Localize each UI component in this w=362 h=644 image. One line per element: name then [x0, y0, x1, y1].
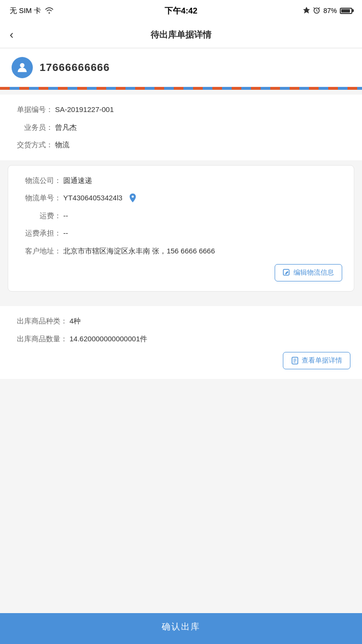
battery-icon [340, 8, 352, 14]
view-details-label: 查看单据详情 [302, 356, 342, 365]
nav-bar: ‹ 待出库单据详情 [0, 21, 362, 48]
goods-quantity-label: 出库商品数量： [12, 334, 70, 345]
logistics-company-label: 物流公司： [20, 175, 63, 186]
order-info-section: 单据编号： SA-20191227-001 业务员： 曾凡杰 交货方式： 物流 [0, 95, 362, 160]
goods-section: 出库商品种类： 4种 出库商品数量： 14.620000000000001件 查… [0, 306, 362, 379]
location-status-icon [303, 7, 310, 15]
battery-percent: 87% [323, 7, 337, 14]
confirm-outbound-button[interactable]: 确认出库 [12, 621, 350, 632]
order-number-row: 单据编号： SA-20191227-001 [12, 104, 350, 115]
freight-row: 运费： -- [20, 210, 342, 222]
view-details-row: 查看单据详情 [12, 352, 350, 369]
delivery-method-label: 交货方式： [12, 140, 55, 151]
goods-quantity-row: 出库商品数量： 14.620000000000001件 [12, 334, 350, 345]
tracking-number-value: YT43064053424l3 [63, 193, 342, 204]
freight-bearer-row: 运费承担： -- [20, 228, 342, 239]
customer-section: 17666666666 [0, 48, 362, 87]
edit-logistics-label: 编辑物流信息 [293, 268, 334, 277]
edit-logistics-row: 编辑物流信息 [20, 264, 342, 281]
edit-icon [283, 269, 291, 277]
customer-address-value: 北京市市辖区海淀区永丰南 张，156 6666 6666 [63, 246, 342, 257]
section-divider [0, 296, 362, 301]
svg-point-1 [20, 63, 24, 68]
customer-address-label: 客户地址： [20, 246, 63, 257]
tracking-number-row: 物流单号： YT43064053424l3 [20, 193, 342, 204]
avatar [12, 57, 33, 78]
order-number-label: 单据编号： [12, 104, 55, 115]
freight-label: 运费： [20, 210, 63, 222]
goods-type-row: 出库商品种类： 4种 [12, 316, 350, 327]
order-number-value: SA-20191227-001 [55, 104, 350, 115]
delivery-method-row: 交货方式： 物流 [12, 140, 350, 151]
logistics-section: 物流公司： 圆通速递 物流单号： YT43064053424l3 运费： -- … [8, 165, 354, 292]
sales-person-label: 业务员： [12, 122, 55, 133]
view-details-button[interactable]: 查看单据详情 [283, 352, 350, 369]
status-left: 无 SIM 卡 [10, 6, 54, 15]
freight-bearer-label: 运费承担： [20, 228, 63, 239]
bottom-spacer [0, 379, 362, 485]
edit-logistics-button[interactable]: 编辑物流信息 [275, 264, 342, 281]
goods-type-label: 出库商品种类： [12, 316, 70, 327]
status-time: 下午4:42 [165, 5, 197, 16]
goods-type-value: 4种 [70, 316, 350, 327]
document-icon [291, 357, 299, 364]
page-title: 待出库单据详情 [151, 29, 211, 41]
wifi-icon [45, 7, 54, 15]
status-bar: 无 SIM 卡 下午4:42 87% [0, 0, 362, 21]
back-button[interactable]: ‹ [6, 25, 17, 44]
goods-quantity-value: 14.620000000000001件 [70, 334, 350, 345]
map-pin-icon[interactable] [127, 193, 138, 203]
logistics-company-row: 物流公司： 圆通速递 [20, 175, 342, 186]
logistics-company-value: 圆通速递 [63, 175, 342, 186]
freight-bearer-value: -- [63, 228, 342, 239]
alarm-icon [313, 6, 320, 15]
customer-address-row: 客户地址： 北京市市辖区海淀区永丰南 张，156 6666 6666 [20, 246, 342, 257]
freight-value: -- [63, 210, 342, 222]
tracking-number-label: 物流单号： [20, 193, 63, 204]
delivery-method-value: 物流 [55, 140, 350, 151]
dashed-separator [0, 87, 362, 90]
status-right: 87% [303, 6, 352, 15]
confirm-btn-container: 确认出库 [0, 613, 362, 644]
customer-phone: 17666666666 [40, 61, 110, 74]
sales-person-value: 曾凡杰 [55, 122, 350, 133]
carrier-label: 无 SIM 卡 [10, 6, 41, 15]
sales-person-row: 业务员： 曾凡杰 [12, 122, 350, 133]
